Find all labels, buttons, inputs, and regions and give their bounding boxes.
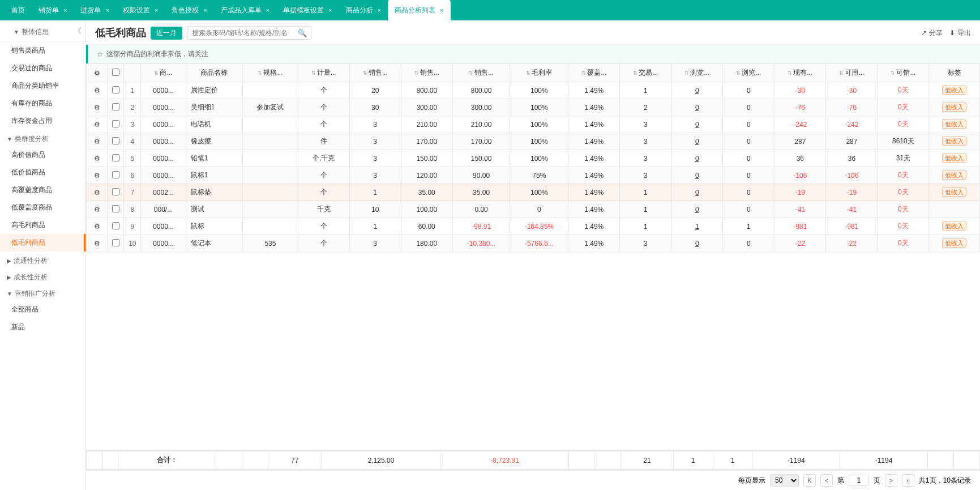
sort-icon-cov[interactable]: ⇅ <box>581 70 586 76</box>
row-checkbox-cell[interactable] <box>108 150 124 167</box>
checkbox-column-header[interactable] <box>108 64 124 82</box>
row-checkbox-cell[interactable] <box>108 133 124 150</box>
row-checkbox[interactable] <box>112 239 119 246</box>
nav-close-template-settings[interactable]: × <box>328 0 332 20</box>
row-checkbox-cell[interactable] <box>108 218 124 235</box>
sidebar-group-cluster[interactable]: ▼ 类群度分析 <box>0 130 85 146</box>
row-checkbox-cell[interactable] <box>108 116 124 133</box>
sort-icon-b1[interactable]: ⇅ <box>684 70 689 76</box>
settings-cell[interactable]: ⚙ <box>87 235 108 252</box>
nav-product-analysis-list[interactable]: 商品分析列表 × <box>388 0 450 20</box>
sidebar-item-category-rate[interactable]: 商品分类助销率 <box>0 77 85 95</box>
sort-icon-price[interactable]: ⇅ <box>414 70 419 76</box>
search-icon[interactable]: 🔍 <box>298 29 307 37</box>
search-input[interactable] <box>187 26 311 40</box>
row-checkbox-cell[interactable] <box>108 167 124 184</box>
nav-product-analysis[interactable]: 商品分析 × <box>339 0 388 20</box>
browse1-link[interactable]: 0 <box>695 138 699 146</box>
sidebar-item-stock-capital[interactable]: 库存资金占用 <box>0 112 85 130</box>
sort-icon-amt[interactable]: ⇅ <box>469 70 473 76</box>
sidebar-item-new-goods[interactable]: 新品 <box>0 318 85 336</box>
first-page-button[interactable]: K <box>803 474 816 487</box>
sidebar-item-low-value[interactable]: 低价值商品 <box>0 164 85 181</box>
browse1-link[interactable]: 0 <box>695 172 699 180</box>
nav-purchase-order[interactable]: 进货单 × <box>74 0 115 20</box>
row-checkbox[interactable] <box>112 86 119 93</box>
sort-icon-avail[interactable]: ⇅ <box>839 70 844 76</box>
sort-icon-b2[interactable]: ⇅ <box>736 70 741 76</box>
row-checkbox[interactable] <box>112 171 119 178</box>
settings-cell[interactable]: ⚙ <box>87 218 108 235</box>
settings-cell[interactable]: ⚙ <box>87 99 108 116</box>
per-page-select[interactable]: 50 20 100 <box>770 474 799 487</box>
nav-close-product-analysis[interactable]: × <box>378 0 381 20</box>
browse1-link[interactable]: 0 <box>695 240 699 248</box>
nav-sales-order[interactable]: 销货单 × <box>32 0 74 20</box>
row-checkbox-cell[interactable] <box>108 82 124 99</box>
sidebar-group-growth[interactable]: ▶ 成长性分析 <box>0 268 85 284</box>
page-number-input[interactable] <box>849 475 869 486</box>
browse1-link[interactable]: 1 <box>695 223 699 231</box>
nav-role-auth[interactable]: 角色授权 × <box>165 0 213 20</box>
browse1-link[interactable]: 0 <box>695 87 699 95</box>
row-checkbox-cell[interactable] <box>108 99 124 116</box>
sidebar-item-high-value[interactable]: 高价值商品 <box>0 146 85 164</box>
settings-cell[interactable]: ⚙ <box>87 133 108 150</box>
row-checkbox[interactable] <box>112 205 119 212</box>
row-checkbox-cell[interactable] <box>108 184 124 201</box>
sort-icon-stock[interactable]: ⇅ <box>788 70 792 76</box>
browse1-link[interactable]: 0 <box>695 121 699 129</box>
row-checkbox[interactable] <box>112 137 119 144</box>
nav-close-purchase-order[interactable]: × <box>105 0 109 20</box>
browse1-link[interactable]: 0 <box>695 189 699 197</box>
sidebar-item-low-coverage[interactable]: 低覆盖度商品 <box>0 199 85 216</box>
sort-icon-sale[interactable]: ⇅ <box>891 70 895 76</box>
sidebar-item-traded-goods[interactable]: 交易过的商品 <box>0 59 85 77</box>
settings-cell[interactable]: ⚙ <box>87 201 108 218</box>
row-checkbox-cell[interactable] <box>108 201 124 218</box>
sidebar-collapse-button[interactable]: 《 <box>72 26 83 36</box>
sidebar-item-low-margin[interactable]: 低毛利商品 <box>0 234 85 252</box>
sort-icon[interactable]: ⇅ <box>154 70 159 76</box>
sort-icon-unit[interactable]: ⇅ <box>311 70 316 76</box>
share-button[interactable]: ↗ 分享 <box>921 28 943 38</box>
settings-cell[interactable]: ⚙ <box>87 150 108 167</box>
row-checkbox[interactable] <box>112 188 119 195</box>
nav-close-product-entry[interactable]: × <box>266 0 269 20</box>
settings-cell[interactable]: ⚙ <box>87 82 108 99</box>
row-checkbox[interactable] <box>112 103 119 110</box>
nav-close-product-analysis-list[interactable]: × <box>440 0 443 20</box>
prev-page-button[interactable]: < <box>820 474 833 487</box>
sidebar-item-high-coverage[interactable]: 高覆盖度商品 <box>0 181 85 199</box>
nav-close-sales-order[interactable]: × <box>63 0 67 20</box>
sidebar-group-overall[interactable]: ▼ 整体信息 <box>7 23 55 39</box>
nav-close-permissions[interactable]: × <box>155 0 158 20</box>
nav-permissions[interactable]: 权限设置 × <box>116 0 165 20</box>
select-all-checkbox[interactable] <box>112 69 119 76</box>
next-page-button[interactable]: > <box>885 474 897 487</box>
settings-cell[interactable]: ⚙ <box>87 116 108 133</box>
sidebar-item-all-goods[interactable]: 全部商品 <box>0 301 85 318</box>
row-checkbox[interactable] <box>112 120 119 127</box>
nav-home[interactable]: 首页 <box>5 0 32 20</box>
last-page-button[interactable]: ›| <box>902 474 914 487</box>
sidebar-group-marketing[interactable]: ▼ 营销推广分析 <box>0 284 85 301</box>
row-checkbox-cell[interactable] <box>108 235 124 252</box>
sort-icon-gross[interactable]: ⇅ <box>526 70 530 76</box>
browse1-link[interactable]: 0 <box>695 206 699 214</box>
browse1-link[interactable]: 0 <box>695 104 699 112</box>
nav-template-settings[interactable]: 单据模板设置 × <box>276 0 339 20</box>
sidebar-item-sales-goods[interactable]: 销售类商品 <box>0 42 85 59</box>
sort-icon-qty[interactable]: ⇅ <box>363 70 367 76</box>
date-filter-button[interactable]: 近一月 <box>151 27 182 40</box>
settings-cell[interactable]: ⚙ <box>87 184 108 201</box>
nav-close-role-auth[interactable]: × <box>203 0 207 20</box>
sidebar-item-high-margin[interactable]: 高毛利商品 <box>0 216 85 234</box>
sidebar-group-circulation[interactable]: ▶ 流通性分析 <box>0 252 85 268</box>
row-checkbox[interactable] <box>112 222 119 229</box>
sort-icon-trans[interactable]: ⇅ <box>633 70 637 76</box>
settings-column-header[interactable]: ⚙ <box>87 64 108 82</box>
nav-product-entry[interactable]: 产成品入库单 × <box>214 0 276 20</box>
settings-cell[interactable]: ⚙ <box>87 167 108 184</box>
sort-icon-spec[interactable]: ⇅ <box>258 70 262 76</box>
